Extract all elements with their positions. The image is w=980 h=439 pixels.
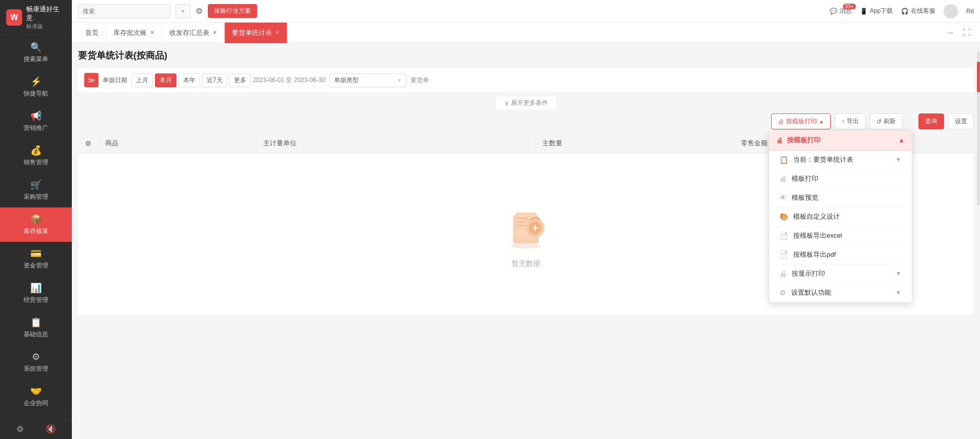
topbar-right: 💬 消息 99+ 📱 App下载 🎧 在线客服 Rit xyxy=(830,4,974,18)
online-service-button[interactable]: 🎧 在线客服 xyxy=(901,7,935,15)
print-dropdown-menu: 🖨 按模板打印 ▲ 📋 当前：要货单统计表 ▼ 🖨 模板打印 xyxy=(769,130,912,303)
tab-order-stats[interactable]: 要货单统计表 ✕ xyxy=(225,23,287,43)
sidebar-item-marketing[interactable]: 📢 营销推广 xyxy=(0,104,72,139)
sidebar-logo: W 畅康通好生意 标准版 xyxy=(0,0,72,35)
print-dropdown-header: 🖨 按模板打印 ▲ xyxy=(769,130,912,150)
order-category-label: 要货单 xyxy=(410,76,429,85)
svg-rect-9 xyxy=(516,225,527,226)
tabbar: 首页 库存批次账 ✕ 收发存汇总表 ✕ 要货单统计表 ✕ ─ ⛶ xyxy=(72,23,980,43)
dropdown-chevron-icon[interactable]: ▲ xyxy=(898,137,905,144)
handshake-icon: 🤝 xyxy=(30,386,42,397)
date-last-month-button[interactable]: 上月 xyxy=(131,73,153,87)
sidebar-item-sales[interactable]: 💰 销售管理 xyxy=(0,139,72,173)
sidebar: W 畅康通好生意 标准版 🔍 搜索菜单 ⚡ 快捷导航 📢 营销推广 💰 销售管理… xyxy=(0,0,72,439)
display-print-item[interactable]: 🖨 按显示打印 ▼ xyxy=(769,264,912,283)
svg-point-0 xyxy=(511,243,541,249)
svg-rect-7 xyxy=(516,218,528,219)
megaphone-icon: 📢 xyxy=(30,110,42,122)
cart-icon: 🛒 xyxy=(30,179,42,190)
tab-income-summary[interactable]: 收发存汇总表 ✕ xyxy=(162,23,225,43)
logo-text: 畅康通好生意 标准版 xyxy=(26,5,66,30)
sidebar-item-finance[interactable]: 💳 资金管理 xyxy=(0,242,72,276)
gear-icon: ⚙ xyxy=(32,351,40,362)
tab-close-order-stats[interactable]: ✕ xyxy=(275,29,280,36)
sidebar-scroll: 🔍 搜索菜单 ⚡ 快捷导航 📢 营销推广 💰 销售管理 🛒 采购管理 📦 库存核… xyxy=(0,35,72,418)
order-type-select[interactable]: 单据类型 ▼ xyxy=(329,73,406,87)
settings-button[interactable]: 设置 xyxy=(948,113,974,129)
template-design-item[interactable]: 🎨 模板自定义设计 xyxy=(769,207,912,226)
date-more-button[interactable]: 更多 xyxy=(229,73,251,87)
topbar-dropdown[interactable]: ▼ xyxy=(175,4,190,18)
expand-icon: ∨ xyxy=(504,100,509,107)
excel-icon: 📄 xyxy=(779,232,788,240)
topbar-search-input[interactable] xyxy=(78,4,170,18)
date-this-year-button[interactable]: 本年 xyxy=(179,73,200,87)
download-icon: 📱 xyxy=(860,8,868,15)
display-print-arrow-icon: ▼ xyxy=(895,270,901,277)
template-pdf-item[interactable]: 📄 按模板导出pdf xyxy=(769,245,912,264)
chevron-up-icon: ▲ xyxy=(819,119,824,124)
ellipsis-icon[interactable]: ··· xyxy=(907,116,914,127)
mute-icon[interactable]: 🔇 xyxy=(46,424,56,434)
filter-bar: ≫ 单据日期 上月 本月 本年 近7天 更多 2023-06-01 至 2023… xyxy=(78,68,974,92)
headset-icon: 🎧 xyxy=(901,8,909,15)
main-content: ▼ ⚙ 体验行业方案 💬 消息 99+ 📱 App下载 🎧 在线客服 Rit 首… xyxy=(72,0,980,439)
tab-close-income-summary[interactable]: ✕ xyxy=(212,29,217,36)
sidebar-item-guide[interactable]: 🎯 新手引导 xyxy=(0,414,72,418)
date-7days-button[interactable]: 近7天 xyxy=(202,73,227,87)
sidebar-item-system[interactable]: ⚙ 系统管理 xyxy=(0,345,72,379)
tab-actions: ─ ⛶ xyxy=(943,26,974,40)
empty-illustration xyxy=(500,200,552,251)
sidebar-item-inventory[interactable]: 📦 库存核算 xyxy=(0,207,72,242)
lightning-icon: ⚡ xyxy=(30,76,42,87)
topbar-gear-icon[interactable]: ⚙ xyxy=(195,6,203,16)
app-download-button[interactable]: 📱 App下载 xyxy=(860,7,893,15)
card-icon: 💳 xyxy=(30,248,42,259)
print-header-icon: 🖨 xyxy=(776,137,783,144)
page-content: 要货单统计表(按商品) ≫ 单据日期 上月 本月 本年 近7天 更多 2023-… xyxy=(72,43,980,439)
template-excel-item[interactable]: 📄 按模板导出excel xyxy=(769,226,912,245)
message-button[interactable]: 💬 消息 99+ xyxy=(830,7,852,15)
template-design-icon: 🎨 xyxy=(779,213,788,221)
sidebar-item-purchase[interactable]: 🛒 采购管理 xyxy=(0,173,72,207)
expand-more-conditions-button[interactable]: ∨ 展开更多条件 xyxy=(496,97,556,109)
date-this-month-button[interactable]: 本月 xyxy=(155,73,177,87)
print-template-button[interactable]: 🖨 按模板打印 ▲ xyxy=(771,113,831,129)
current-template-item[interactable]: 📋 当前：要货单统计表 ▼ xyxy=(769,150,912,169)
tab-home[interactable]: 首页 xyxy=(78,23,106,43)
default-func-arrow-icon: ▼ xyxy=(895,289,901,296)
query-button[interactable]: 查询 xyxy=(918,113,944,129)
export-button[interactable]: ↑ 导出 xyxy=(835,113,866,129)
trial-button[interactable]: 体验行业方案 xyxy=(208,4,257,18)
template-print-icon: 🖨 xyxy=(779,175,787,183)
settings-bottom-icon[interactable]: ⚙ xyxy=(16,424,24,434)
select-arrow-icon: ▼ xyxy=(397,78,402,83)
table-header-checkbox: ⚙ xyxy=(78,133,99,154)
filter-expand-button[interactable]: ≫ xyxy=(84,73,99,87)
tab-inventory-batch[interactable]: 库存批次账 ✕ xyxy=(106,23,162,43)
current-arrow-icon: ▼ xyxy=(895,156,901,163)
sidebar-item-quick-nav[interactable]: ⚡ 快捷导航 xyxy=(0,70,72,104)
pdf-icon: 📄 xyxy=(779,251,788,259)
user-avatar[interactable] xyxy=(944,4,958,18)
list-icon: 📋 xyxy=(30,317,42,328)
page-title: 要货单统计表(按商品) xyxy=(78,49,974,62)
sidebar-item-search[interactable]: 🔍 搜索菜单 xyxy=(0,35,72,70)
tab-close-inventory-batch[interactable]: ✕ xyxy=(150,29,154,36)
scrollbar-thumb[interactable] xyxy=(977,62,980,92)
printer-icon: 🖨 xyxy=(778,118,784,125)
sidebar-item-basic[interactable]: 📋 基础信息 xyxy=(0,311,72,345)
sidebar-item-operation[interactable]: 📊 经营管理 xyxy=(0,276,72,311)
refresh-button[interactable]: ↺ 刷新 xyxy=(870,113,903,129)
expand-row: ∨ 展开更多条件 xyxy=(78,97,974,109)
right-scrollbar[interactable] xyxy=(977,51,980,205)
tab-minimize-button[interactable]: ─ xyxy=(943,26,957,40)
template-print-item[interactable]: 🖨 模板打印 xyxy=(769,169,912,188)
table-header-product: 商品 xyxy=(99,133,257,154)
template-preview-item[interactable]: 👁 模板预览 xyxy=(769,188,912,207)
default-func-item[interactable]: ⚙ 设置默认功能 ▼ xyxy=(769,283,912,302)
tab-maximize-button[interactable]: ⛶ xyxy=(959,26,974,40)
sidebar-item-corp[interactable]: 🤝 企业协同 xyxy=(0,379,72,414)
username-label: Rit xyxy=(966,8,974,15)
template-preview-icon: 👁 xyxy=(779,194,787,202)
